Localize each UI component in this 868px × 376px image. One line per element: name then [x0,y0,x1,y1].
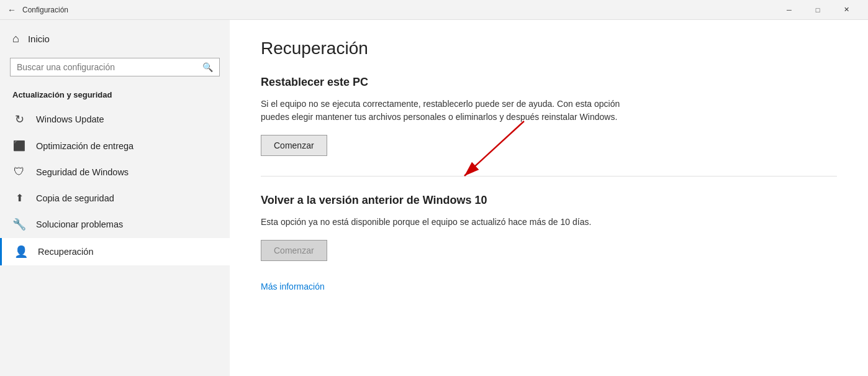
recovery-icon: 👤 [14,245,28,259]
reset-start-button[interactable]: Comenzar [261,135,327,156]
more-info-link[interactable]: Más información [261,281,837,292]
rollback-start-button[interactable]: Comenzar [261,240,327,261]
page-title: Recuperación [261,39,837,58]
maximize-button[interactable]: □ [803,0,832,20]
title-bar-title: Configuración [22,6,68,14]
sidebar-item-label: Solucionar problemas [36,219,123,229]
reset-section-title: Restablecer este PC [261,76,837,89]
minimize-button[interactable]: ─ [775,0,803,20]
back-icon[interactable]: ← [7,5,16,15]
search-input[interactable] [17,62,197,72]
sidebar: ⌂ Inicio 🔍 Actualización y seguridad ↻ W… [0,20,230,376]
delivery-icon: ⬛ [12,140,26,152]
sidebar-item-troubleshoot[interactable]: 🔧 Solucionar problemas [0,211,230,238]
backup-icon: ⬆ [12,192,26,204]
sidebar-item-label: Windows Update [36,114,104,124]
title-bar-left: ← Configuración [0,5,68,15]
home-label: Inicio [28,34,50,44]
rollback-section-desc: Esta opción ya no está disponible porque… [261,216,633,229]
content-area: Recuperación Restablecer este PC Si el e… [230,20,868,376]
more-info-anchor[interactable]: Más información [261,282,325,291]
sidebar-item-windows-security[interactable]: 🛡 Seguridad de Windows [0,158,230,185]
title-bar-controls: ─ □ ✕ [775,0,861,20]
search-box[interactable]: 🔍 [10,58,220,76]
sidebar-home-button[interactable]: ⌂ Inicio [0,26,230,52]
sidebar-item-label: Seguridad de Windows [36,167,129,177]
update-icon: ↻ [12,112,26,126]
close-button[interactable]: ✕ [832,0,861,20]
sidebar-item-label: Copia de seguridad [36,193,114,203]
sidebar-item-backup[interactable]: ⬆ Copia de seguridad [0,185,230,211]
sidebar-item-delivery-opt[interactable]: ⬛ Optimización de entrega [0,133,230,158]
section-divider [261,176,837,177]
wrench-icon: 🔧 [12,218,26,231]
sidebar-item-recovery[interactable]: 👤 Recuperación [0,238,230,265]
reset-section: Restablecer este PC Si el equipo no se e… [261,76,837,176]
sidebar-item-windows-update[interactable]: ↻ Windows Update [0,106,230,133]
home-icon: ⌂ [12,32,19,45]
app-body: ⌂ Inicio 🔍 Actualización y seguridad ↻ W… [0,20,868,376]
sidebar-item-label: Recuperación [38,247,93,257]
rollback-section-title: Volver a la versión anterior de Windows … [261,194,837,207]
title-bar: ← Configuración ─ □ ✕ [0,0,868,20]
rollback-section: Volver a la versión anterior de Windows … [261,194,837,281]
reset-section-desc: Si el equipo no se ejecuta correctamente… [261,98,633,124]
shield-icon: 🛡 [12,165,26,178]
sidebar-item-label: Optimización de entrega [36,141,133,151]
search-icon: 🔍 [202,62,213,72]
sidebar-section-title: Actualización y seguridad [0,86,230,106]
